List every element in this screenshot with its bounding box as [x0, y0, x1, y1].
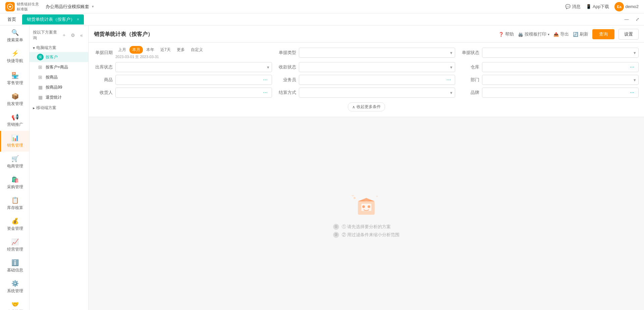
order-status-select[interactable]	[482, 48, 639, 58]
order-type-select-wrapper	[299, 48, 455, 58]
print-icon: 🖨️	[518, 32, 523, 37]
collapse-conditions-button[interactable]: ∧ 收起更多条件	[348, 102, 385, 111]
receipt-status-label: 收款状态	[277, 64, 296, 70]
date-tab-7days[interactable]: 近7天	[158, 46, 173, 54]
empty-steps: ① ① 请先选择要分析的方案 ② ② 用过滤条件来缩小分析范围	[333, 224, 400, 238]
sidebar-item-basic-info[interactable]: ℹ️ 基础信息	[0, 256, 29, 276]
department-label: 部门	[461, 77, 479, 83]
user-avatar-button[interactable]: Ea demo2	[614, 2, 639, 11]
goods-label: 商品	[94, 77, 113, 83]
brand-input-wrapper: ···	[482, 88, 639, 98]
department-select-wrapper	[482, 75, 639, 85]
department-select[interactable]	[482, 75, 639, 85]
receiver-dots-button[interactable]: ···	[262, 90, 269, 96]
header-right: 💬 消息 📱 App下载 Ea demo2	[565, 2, 639, 11]
scheme-item-by-goods[interactable]: ⊞ 按商品	[30, 72, 88, 82]
download-icon: 📱	[586, 4, 591, 9]
sidebar-item-operations[interactable]: 📈 经营管理	[0, 235, 29, 256]
empty-step-1: ① ① 请先选择要分析的方案	[333, 224, 400, 230]
sidebar-item-search[interactable]: 🔍 搜索菜单	[0, 25, 29, 46]
tab-close-icon[interactable]: ×	[77, 17, 79, 21]
goods-input[interactable]	[118, 78, 262, 83]
export-button[interactable]: 📤 导出	[553, 31, 569, 37]
desktop-group-header[interactable]: ▾ 电脑端方案	[30, 44, 88, 52]
out-status-select[interactable]	[115, 62, 272, 72]
scheme-item-goods-99[interactable]: ▦ 按商品99	[30, 82, 88, 92]
collapse-panel-button[interactable]: «	[78, 32, 85, 39]
goods-99-label: 按商品99	[46, 85, 62, 90]
date-tab-last-month[interactable]: 上月	[115, 46, 129, 54]
sidebar-item-purchase[interactable]: 🛍️ 采购管理	[0, 172, 29, 193]
goods-99-icon: ▦	[37, 84, 44, 91]
right-main: 销货单统计表（按客户） ❓ 帮助 🖨️ 按模板打印 ▾ 📤 导出	[89, 25, 644, 310]
sidebar-item-sales[interactable]: 📊 销售管理	[0, 131, 29, 152]
sidebar-item-system[interactable]: ⚙️ 系统管理	[0, 276, 29, 297]
salesperson-input[interactable]	[302, 78, 445, 83]
goods-dots-button[interactable]: ···	[262, 77, 269, 83]
date-tab-this-month[interactable]: 本月	[129, 46, 143, 54]
order-type-filter-cell: 单据类型	[277, 46, 455, 59]
customer-goods-icon: ⊞	[37, 64, 44, 70]
customer-goods-label: 按客户+商品	[46, 64, 68, 70]
brand-dots-button[interactable]: ···	[629, 90, 636, 96]
sidebar-item-marketing[interactable]: 📢 营销推广	[0, 110, 29, 131]
settings-button[interactable]: 设置	[619, 29, 639, 40]
order-type-select[interactable]	[299, 48, 455, 58]
retail-icon: 🏪	[11, 72, 19, 79]
operations-icon: 📈	[11, 238, 19, 246]
left-panel: 按以下方案查询 ＋ ⚙ « ▾ 电脑端方案 按 按客户	[30, 25, 89, 310]
scheme-item-by-customer[interactable]: 按 按客户	[30, 52, 88, 62]
return-stats-label: 退货统计	[46, 95, 62, 100]
sidebar-item-retail[interactable]: 🏪 零售管理	[0, 68, 29, 89]
goods-input-wrapper: ···	[115, 75, 272, 85]
tab-sales-stats[interactable]: 销货单统计表（按客户） ×	[22, 14, 84, 24]
tab-home[interactable]: 首页	[3, 14, 21, 24]
warehouse-dots-button[interactable]: ···	[629, 64, 636, 70]
receiver-input[interactable]	[118, 90, 262, 95]
app-download-button[interactable]: 📱 App下载	[586, 4, 609, 10]
logo-area: 销售链好生意 标准版	[5, 2, 39, 11]
date-control: 上月 本月 本年 近7天 更多 自定义 2023-03-01 至 2023-03…	[115, 46, 272, 59]
scheme-item-return-stats[interactable]: ▦ 退货统计	[30, 92, 88, 102]
tab-maximize-button[interactable]: ⤢	[633, 15, 641, 23]
settlement-filter-cell: 结算方式	[277, 88, 455, 98]
receipt-status-select-wrapper	[299, 62, 455, 72]
receiver-filter-cell: 收货人 ···	[94, 88, 272, 98]
brand-input[interactable]	[485, 90, 628, 95]
help-button[interactable]: ❓ 帮助	[498, 31, 514, 37]
scheme-settings-button[interactable]: ⚙	[69, 32, 76, 39]
order-status-select-wrapper	[482, 48, 639, 58]
tab-minimize-button[interactable]: —	[623, 15, 631, 23]
scheme-item-customer-goods[interactable]: ⊞ 按客户+商品	[30, 62, 88, 72]
salesperson-dots-button[interactable]: ···	[445, 77, 452, 83]
sidebar-item-quick-nav[interactable]: ⚡ 快捷导航	[0, 46, 29, 67]
collaboration-icon: 🤝	[11, 301, 19, 308]
refresh-button[interactable]: 🔄 刷新	[573, 31, 588, 37]
print-button[interactable]: 🖨️ 按模板打印 ▾	[518, 31, 549, 37]
receiver-input-wrapper: ···	[115, 88, 272, 98]
logo-icon	[5, 2, 15, 11]
page-title-row: 销货单统计表（按客户） ❓ 帮助 🖨️ 按模板打印 ▾ 📤 导出	[89, 25, 644, 43]
sidebar-item-collaboration[interactable]: 🤝 企业协同	[0, 297, 29, 310]
date-tab-this-year[interactable]: 本年	[144, 46, 157, 54]
inventory-icon: 📋	[11, 197, 19, 204]
out-status-label: 出库状态	[94, 64, 113, 70]
subtitle-dropdown-arrow[interactable]: ▾	[92, 4, 94, 9]
sidebar-item-finance[interactable]: 💰 资金管理	[0, 214, 29, 235]
add-scheme-button[interactable]: ＋	[61, 32, 67, 39]
warehouse-input[interactable]	[485, 65, 628, 70]
receipt-status-select[interactable]	[299, 62, 455, 72]
date-tab-more[interactable]: 更多	[174, 46, 187, 54]
settlement-select[interactable]	[299, 88, 455, 98]
sidebar-item-ecommerce[interactable]: 🛒 电商管理	[0, 152, 29, 172]
sidebar-item-wholesale[interactable]: 📦 批发管理	[0, 89, 29, 110]
message-button[interactable]: 💬 消息	[565, 4, 581, 10]
by-goods-label: 按商品	[46, 74, 58, 80]
svg-point-4	[368, 205, 370, 208]
sidebar-item-inventory[interactable]: 📋 库存核算	[0, 193, 29, 214]
date-tab-custom[interactable]: 自定义	[188, 46, 206, 54]
system-icon: ⚙️	[11, 280, 19, 287]
goods-filter-cell: 商品 ···	[94, 75, 272, 85]
mobile-group-header[interactable]: ▸ 移动端方案	[30, 104, 88, 112]
query-button[interactable]: 查询	[592, 29, 614, 39]
